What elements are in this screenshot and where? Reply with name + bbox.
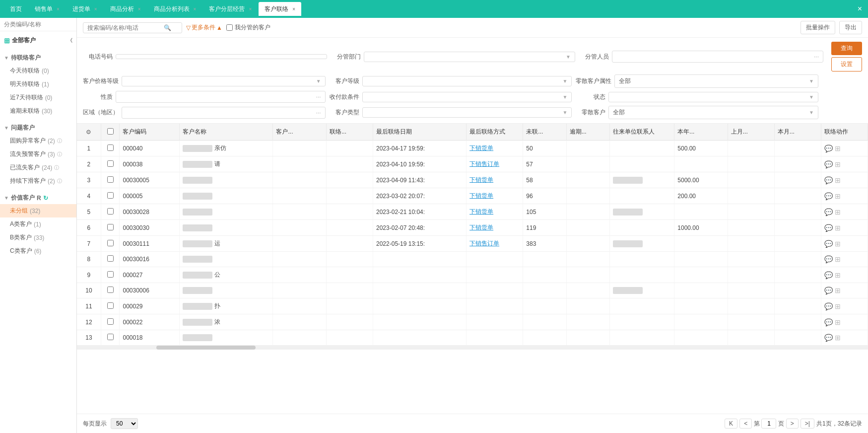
chat-icon-2[interactable]: 💬: [824, 176, 833, 184]
filter-search-icon[interactable]: 🔍: [164, 24, 171, 31]
th-last-contact-method[interactable]: 最后联络方式: [467, 124, 523, 141]
nature-select[interactable]: ···: [116, 91, 326, 103]
cell-action-5[interactable]: 💬 ⊞: [821, 220, 868, 236]
sidebar-item-tomorrow[interactable]: 明天待联络 (1): [0, 77, 76, 91]
dept-select[interactable]: ▼: [364, 52, 575, 62]
sidebar-search-input[interactable]: [4, 21, 77, 28]
sidebar-item-declining[interactable]: 持续下滑客户 (2) ⓘ: [0, 174, 76, 188]
my-customers-checkbox[interactable]: [226, 24, 233, 31]
filter-search-box[interactable]: 🔍: [83, 22, 182, 33]
grid-action-icon-0[interactable]: ⊞: [835, 144, 841, 152]
tab-customer-tier[interactable]: 客户分层经营 ×: [203, 2, 258, 16]
chat-icon-12[interactable]: 💬: [824, 334, 833, 342]
th-checkbox[interactable]: [101, 124, 120, 141]
pending-group-label[interactable]: ▼ 待联络客户: [0, 52, 76, 64]
page-number-input[interactable]: [761, 419, 776, 429]
retail-customer-select[interactable]: 全部 ▼: [608, 106, 818, 119]
cell-cb-8[interactable]: [101, 267, 120, 283]
chat-icon-4[interactable]: 💬: [824, 208, 833, 216]
th-last-contact-date[interactable]: 最后联络日期: [373, 124, 467, 141]
grid-action-icon-4[interactable]: ⊞: [835, 208, 841, 216]
th-last-month[interactable]: 上月...: [728, 124, 774, 141]
grid-action-icon-2[interactable]: ⊞: [835, 176, 841, 184]
cell-action-0[interactable]: 💬 ⊞: [821, 141, 868, 156]
payment-select[interactable]: ▼: [362, 92, 572, 102]
chat-icon-0[interactable]: 💬: [824, 144, 833, 152]
cell-action-11[interactable]: 💬 ⊞: [821, 314, 868, 330]
cell-action-9[interactable]: 💬 ⊞: [821, 283, 868, 298]
more-conditions-btn[interactable]: ▽ 更多条件 ▲: [186, 23, 222, 32]
chat-icon-6[interactable]: 💬: [824, 240, 833, 248]
price-level-select[interactable]: ▼: [122, 76, 326, 86]
grid-action-icon-5[interactable]: ⊞: [835, 224, 841, 232]
close-tab-product-list-icon[interactable]: ×: [194, 6, 197, 12]
cell-cb-12[interactable]: [101, 330, 120, 346]
cell-cb-1[interactable]: [101, 156, 120, 172]
scrollbar-thumb[interactable]: [156, 346, 256, 350]
tab-sales[interactable]: 销售单 ×: [29, 2, 66, 16]
grid-action-icon-9[interactable]: ⊞: [835, 287, 841, 294]
cell-action-1[interactable]: 💬 ⊞: [821, 156, 868, 172]
cell-cb-5[interactable]: [101, 220, 120, 236]
status-select[interactable]: ▼: [608, 92, 818, 102]
th-code[interactable]: 客户编码: [120, 124, 180, 141]
cell-cb-2[interactable]: [101, 172, 120, 188]
cell-action-4[interactable]: 💬 ⊞: [821, 204, 868, 220]
cell-action-3[interactable]: 💬 ⊞: [821, 188, 868, 204]
close-tab-product-analysis-icon[interactable]: ×: [138, 6, 141, 12]
sidebar-item-ungroup[interactable]: 未分组 (32): [0, 204, 76, 217]
cell-cb-9[interactable]: [101, 283, 120, 298]
sidebar-item-a-class[interactable]: A类客户 (1): [0, 217, 76, 231]
close-tab-sales-icon[interactable]: ×: [57, 6, 60, 12]
sidebar-search-box[interactable]: 🔍: [0, 18, 76, 31]
cell-action-6[interactable]: 💬 ⊞: [821, 236, 868, 252]
cell-action-7[interactable]: 💬 ⊞: [821, 252, 868, 267]
chat-icon-8[interactable]: 💬: [824, 271, 833, 279]
chat-icon-7[interactable]: 💬: [824, 255, 833, 263]
region-select[interactable]: ···: [122, 107, 326, 119]
phone-input[interactable]: [116, 54, 327, 59]
th-overdue[interactable]: 逾期...: [566, 124, 609, 141]
th-contact[interactable]: 联络...: [326, 124, 373, 141]
sidebar-item-churned[interactable]: 已流失客户 (24) ⓘ: [0, 161, 76, 174]
tab-customer-contact[interactable]: 客户联络 ×: [259, 2, 301, 16]
cell-cb-0[interactable]: [101, 141, 120, 156]
cell-method-0[interactable]: 下销货单: [467, 141, 523, 156]
retail-attr-select[interactable]: 全部 ▼: [614, 74, 818, 88]
sidebar-item-b-class[interactable]: B类客户 (33): [0, 231, 76, 244]
chat-icon-11[interactable]: 💬: [824, 318, 833, 326]
sidebar-item-week[interactable]: 近7天待联络 (0): [0, 91, 76, 104]
batch-operation-button[interactable]: 批量操作: [801, 21, 835, 34]
page-size-select[interactable]: 50 100 200: [111, 418, 138, 429]
cell-cb-11[interactable]: [101, 314, 120, 330]
cell-cb-10[interactable]: [101, 298, 120, 314]
grid-action-icon-7[interactable]: ⊞: [835, 255, 841, 263]
next-page-button[interactable]: >: [786, 419, 799, 429]
grid-action-icon-1[interactable]: ⊞: [835, 160, 841, 168]
prev-page-button[interactable]: <: [739, 419, 752, 429]
first-page-button[interactable]: K: [725, 419, 737, 429]
cell-action-8[interactable]: 💬 ⊞: [821, 267, 868, 283]
window-close-icon[interactable]: ×: [856, 2, 864, 15]
th-this-year[interactable]: 本年...: [674, 124, 728, 141]
tab-home[interactable]: 首页: [4, 2, 28, 16]
tab-product-analysis[interactable]: 商品分析 ×: [104, 2, 147, 16]
problem-group-label[interactable]: ▼ 问题客户: [0, 122, 76, 134]
th-settings[interactable]: ⚙: [77, 124, 101, 141]
query-button[interactable]: 查询: [831, 42, 862, 55]
cell-cb-3[interactable]: [101, 188, 120, 204]
sidebar-collapse-icon[interactable]: 《: [67, 37, 72, 44]
close-tab-customer-contact-icon[interactable]: ×: [292, 6, 295, 12]
grid-action-icon-12[interactable]: ⊞: [835, 334, 841, 342]
value-group-label[interactable]: ▼ 价值客户 R ↻: [0, 192, 76, 204]
grid-action-icon-11[interactable]: ⊞: [835, 318, 841, 326]
th-person[interactable]: 往来单位联系人: [609, 124, 674, 141]
th-type[interactable]: 客户...: [273, 124, 326, 141]
customer-level-select[interactable]: ▼: [362, 76, 572, 86]
th-this-month[interactable]: 本月...: [774, 124, 821, 141]
grid-action-icon-3[interactable]: ⊞: [835, 192, 841, 200]
select-all-checkbox[interactable]: [107, 128, 114, 135]
cell-method-2[interactable]: 下销货单: [467, 172, 523, 188]
person-input[interactable]: ···: [612, 51, 823, 63]
chat-icon-3[interactable]: 💬: [824, 192, 833, 200]
